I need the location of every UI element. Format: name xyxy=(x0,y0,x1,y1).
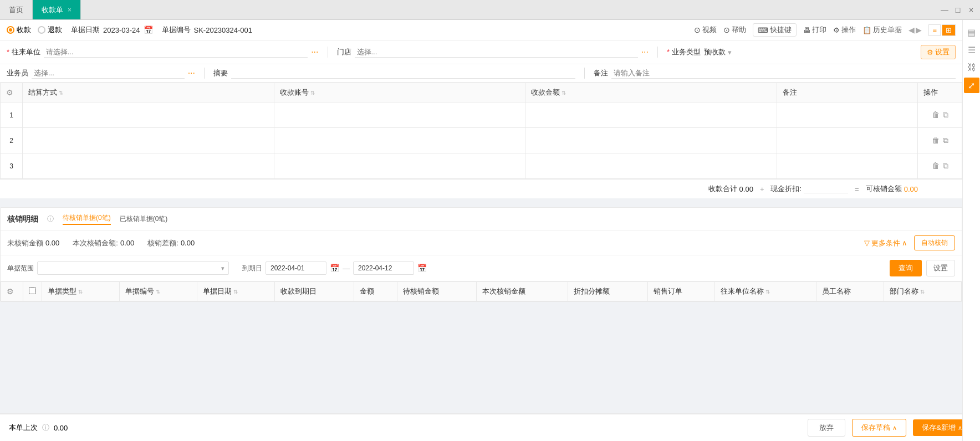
store-input[interactable] xyxy=(355,47,638,58)
start-cal-icon[interactable]: 📅 xyxy=(330,264,339,273)
amount-sort-icon[interactable]: ⇅ xyxy=(562,90,566,96)
row3-amount[interactable] xyxy=(525,153,777,179)
row1-delete-icon[interactable]: 🗑 xyxy=(932,110,940,120)
settlement-sort-icon[interactable]: ⇅ xyxy=(59,90,63,96)
row1-amount[interactable] xyxy=(525,102,777,128)
window-max-btn[interactable]: □ xyxy=(953,6,962,14)
due-date-start[interactable] xyxy=(266,261,326,275)
print-action[interactable]: 🖶 打印 xyxy=(803,25,826,35)
row3-copy-icon[interactable]: ⧉ xyxy=(943,161,948,171)
staff-input[interactable] xyxy=(32,68,185,79)
table-row: 3 🗑 ⧉ xyxy=(1,153,962,179)
diff-item: 核销差额: 0.00 xyxy=(147,238,195,248)
row3-delete-icon[interactable]: 🗑 xyxy=(932,161,940,171)
type-sort-icon[interactable]: ⇅ xyxy=(78,289,83,295)
window-close-btn[interactable]: × xyxy=(967,6,976,14)
tab-receipt[interactable]: 收款单 × xyxy=(33,0,81,19)
save-new-label: 保存&新增 xyxy=(922,423,956,433)
counterpart-input[interactable] xyxy=(44,47,308,58)
bottom-th-amount: 金额 xyxy=(354,282,397,301)
account-sort-icon[interactable]: ⇅ xyxy=(310,90,315,96)
nav-next-icon[interactable]: ▶ xyxy=(916,25,922,34)
help-icon-footer[interactable]: ⓘ xyxy=(42,423,49,433)
staff-more-icon[interactable]: ··· xyxy=(188,68,195,78)
select-all-checkbox[interactable] xyxy=(29,287,36,294)
sidebar-list-icon[interactable]: ☰ xyxy=(964,42,979,58)
business-type-select[interactable]: 预收款 ▾ xyxy=(704,47,732,57)
history-action[interactable]: 📋 历史单据 xyxy=(862,25,902,35)
print-label: 打印 xyxy=(812,25,826,35)
diff-label: 核销差额: xyxy=(147,238,178,248)
bottom-gear-icon[interactable]: ⚙ xyxy=(7,287,14,296)
row1-remark[interactable] xyxy=(777,102,918,128)
settings-btn[interactable]: ⚙ 设置 xyxy=(921,45,956,59)
dept-sort-icon[interactable]: ⇅ xyxy=(920,289,925,295)
scope-label: 单据范围 xyxy=(7,264,34,273)
row2-remark[interactable] xyxy=(777,128,918,153)
th-remark: 备注 xyxy=(777,83,918,102)
view-grid-btn[interactable]: ⊞ xyxy=(942,24,956,36)
end-cal-icon[interactable]: 📅 xyxy=(417,264,427,273)
receipt-table: ⚙ 结算方式 ⇅ 收款账号 ⇅ xyxy=(0,83,962,179)
main-scroll-area: 收款 退款 单据日期 2023-03-24 📅 单据编号 SK-20230324… xyxy=(0,20,980,417)
row3-settlement[interactable] xyxy=(23,153,274,179)
row3-remark[interactable] xyxy=(777,153,918,179)
right-sidebar: ▤ ☰ ⛓ ⤢ xyxy=(962,20,980,441)
due-date-end[interactable] xyxy=(353,261,414,275)
row1-settlement[interactable] xyxy=(23,102,274,128)
row3-action: 🗑 ⧉ xyxy=(918,153,962,179)
scope-select[interactable] xyxy=(37,261,229,275)
bottom-th-type: 单据类型 ⇅ xyxy=(42,282,120,301)
abandon-btn[interactable]: 放弃 xyxy=(808,419,845,437)
nav-prev-icon[interactable]: ◀ xyxy=(908,25,915,34)
date-sort-icon[interactable]: ⇅ xyxy=(233,289,238,295)
pending-tab[interactable]: 待核销单据(0笔) xyxy=(63,213,111,225)
row2-account[interactable] xyxy=(274,128,525,153)
help-action[interactable]: ⊙ 帮助 xyxy=(723,25,746,35)
receipt-type-group: 收款 退款 xyxy=(7,25,62,35)
receipt-radio[interactable]: 收款 xyxy=(7,25,31,35)
save-draft-btn[interactable]: 保存草稿 ∧ xyxy=(852,419,906,437)
shortcut-label: 快捷键 xyxy=(770,25,792,35)
row2-copy-icon[interactable]: ⧉ xyxy=(943,136,948,145)
row1-action: 🗑 ⧉ xyxy=(918,102,962,128)
row2-amount[interactable] xyxy=(525,128,777,153)
plus-sign: + xyxy=(760,185,764,193)
tab-home-label: 首页 xyxy=(9,5,23,15)
discount-input[interactable] xyxy=(804,184,848,193)
refund-radio[interactable]: 退款 xyxy=(38,25,62,35)
filter-settings-btn[interactable]: 设置 xyxy=(926,260,955,276)
verify-help-icon[interactable]: ⓘ xyxy=(47,214,54,224)
shortcut-btn[interactable]: ⌨ 快捷键 xyxy=(753,23,797,37)
row2-delete-icon[interactable]: 🗑 xyxy=(932,136,940,145)
row3-account[interactable] xyxy=(274,153,525,179)
remark-input[interactable] xyxy=(611,68,956,79)
docno-sort-icon[interactable]: ⇅ xyxy=(156,289,160,295)
window-min-btn[interactable]: — xyxy=(940,6,949,14)
done-tab[interactable]: 已核销单据(0笔) xyxy=(120,214,168,224)
query-btn[interactable]: 查询 xyxy=(890,260,922,276)
summary-input[interactable] xyxy=(231,68,575,79)
staff-label: 业务员 xyxy=(7,68,28,78)
nav-arrows: ◀ ▶ xyxy=(908,25,922,34)
sidebar-expand-icon[interactable]: ⤢ xyxy=(964,78,979,93)
row1-account[interactable] xyxy=(274,102,525,128)
row1-copy-icon[interactable]: ⧉ xyxy=(943,110,948,120)
date-calendar-icon[interactable]: 📅 xyxy=(144,25,153,34)
tab-receipt-close[interactable]: × xyxy=(68,6,72,14)
receipt-radio-label: 收款 xyxy=(17,25,31,35)
counterpart-sort-icon[interactable]: ⇅ xyxy=(765,289,770,295)
sidebar-table-icon[interactable]: ▤ xyxy=(964,24,979,40)
more-conditions-btn[interactable]: ▽ 更多条件 ∧ xyxy=(864,238,907,248)
table-gear-icon[interactable]: ⚙ xyxy=(6,88,13,97)
store-more-icon[interactable]: ··· xyxy=(641,47,649,57)
operations-action[interactable]: ⚙ 操作 xyxy=(833,25,856,35)
counterpart-more-icon[interactable]: ··· xyxy=(311,47,318,57)
sidebar-link-icon[interactable]: ⛓ xyxy=(964,60,979,75)
video-action[interactable]: ⊙ 视频 xyxy=(694,25,717,35)
row2-settlement[interactable] xyxy=(23,128,274,153)
save-draft-label: 保存草稿 xyxy=(861,423,890,433)
tab-home[interactable]: 首页 xyxy=(0,0,33,19)
auto-verify-btn[interactable]: 自动核销 xyxy=(914,235,955,250)
view-list-btn[interactable]: ≡ xyxy=(928,24,941,36)
